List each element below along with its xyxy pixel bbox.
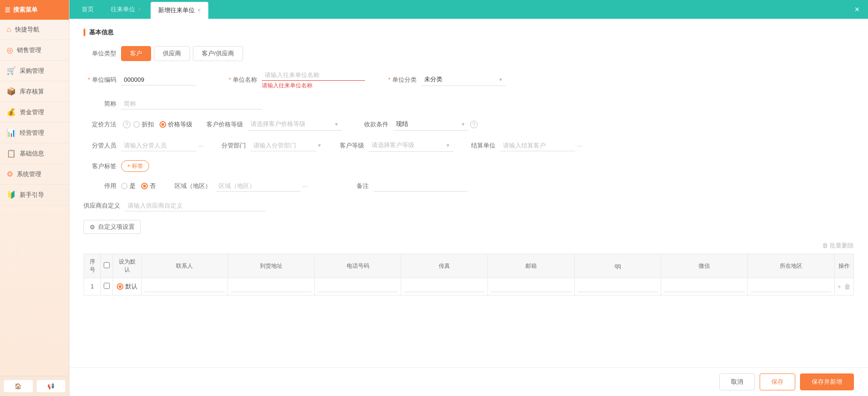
section-bar	[84, 29, 85, 36]
add-row-button[interactable]: +	[838, 283, 841, 290]
col-email: 邮箱	[488, 254, 575, 278]
sidebar-item-inventory[interactable]: 📦 库存核算	[0, 81, 69, 102]
sidebar-home-btn[interactable]: 🏠	[4, 380, 33, 392]
disabled-no-label: 否	[150, 182, 156, 190]
unit-code-input[interactable]	[121, 74, 196, 85]
pricing-discount[interactable]: 折扣	[133, 120, 154, 129]
unit-type-group: 客户 供应商 客户/供应商	[121, 46, 243, 61]
disabled-no[interactable]: 否	[141, 182, 156, 190]
custom-settings-button[interactable]: ⚙ 自定义项设置	[84, 220, 141, 234]
pricing-row: 定价方法 ? 折扣 价格等级 客户价格等级 请选择客户价格等级 ▼ 收款条件	[84, 118, 854, 131]
department-input[interactable]	[251, 140, 316, 151]
payment-select[interactable]: 现结 ▼	[393, 118, 468, 131]
pricing-price-level[interactable]: 价格等级	[160, 120, 192, 129]
sales-icon: ◎	[7, 46, 13, 54]
manager-row: 分管人员 ··· 分管部门 ▼ 客户等级 请选择客户等级 ▼ 结算单位 ···	[84, 139, 854, 152]
region-input[interactable]	[216, 180, 300, 192]
price-level-radio[interactable]	[160, 121, 166, 128]
form-footer: 取消 保存 保存并新增	[69, 367, 868, 396]
col-checkbox	[101, 254, 113, 278]
batch-delete[interactable]: 🗑 批量删除	[84, 241, 854, 250]
sidebar-item-quick-nav[interactable]: ⌂ 快捷导航	[0, 20, 69, 40]
disabled-label: 停用	[84, 182, 121, 190]
payment-help-icon[interactable]: ?	[470, 121, 478, 128]
settlement-more-icon[interactable]: ···	[577, 142, 583, 149]
price-level-placeholder: 请选择客户价格等级	[251, 120, 305, 128]
price-level-label: 价格等级	[168, 120, 192, 129]
row-default-radio[interactable]: 默认	[116, 282, 138, 291]
phone-input[interactable]	[318, 281, 398, 292]
default-radio-circle[interactable]	[117, 283, 123, 290]
region-more-icon[interactable]: ···	[302, 182, 308, 190]
tab-home-label: 首页	[82, 5, 94, 14]
price-level-select[interactable]: 请选择客户价格等级 ▼	[248, 118, 342, 131]
tab-new-partner[interactable]: 新增往来单位 ×	[151, 2, 208, 19]
supplier-custom-input[interactable]	[125, 200, 266, 211]
remark-input[interactable]	[373, 180, 467, 192]
sidebar-label-basic: 基础信息	[20, 149, 44, 158]
sidebar-search[interactable]: ☰ 搜索菜单	[0, 0, 69, 20]
save-and-new-button[interactable]: 保存并新增	[800, 373, 854, 390]
settlement-label: 结算单位	[463, 141, 500, 150]
disabled-no-radio[interactable]	[141, 183, 148, 189]
discount-label: 折扣	[142, 120, 154, 129]
sidebar-item-sales[interactable]: ◎ 销售管理	[0, 40, 69, 61]
sidebar-item-purchase[interactable]: 🛒 采购管理	[0, 61, 69, 81]
supplier-custom-label: 供应商自定义	[84, 202, 125, 210]
row-index: 1	[84, 278, 101, 295]
sidebar-item-finance[interactable]: 💰 资金管理	[0, 102, 69, 123]
manager-input[interactable]	[121, 140, 196, 151]
email-input[interactable]	[491, 281, 571, 292]
unit-type-supplier[interactable]: 供应商	[154, 46, 190, 61]
select-all-checkbox[interactable]	[104, 262, 110, 268]
cancel-button[interactable]: 取消	[719, 373, 755, 390]
manager-more-icon[interactable]: ···	[198, 142, 204, 149]
col-qq: qq	[574, 254, 661, 278]
row-contact	[141, 278, 228, 295]
pricing-help-icon[interactable]: ?	[123, 121, 130, 128]
customer-level-select[interactable]: 请选择客户等级 ▼	[369, 139, 453, 152]
tab-new-partner-label: 新增往来单位	[158, 6, 195, 15]
finance-icon: 💰	[7, 108, 16, 116]
row-select-checkbox[interactable]	[104, 283, 110, 289]
row-region-input[interactable]	[751, 281, 831, 292]
qq-input[interactable]	[578, 281, 658, 292]
address-input[interactable]	[231, 281, 312, 292]
unit-name-label: 单位名称	[224, 76, 262, 84]
save-button[interactable]: 保存	[760, 373, 795, 390]
sidebar-item-basic[interactable]: 📋 基础信息	[0, 143, 69, 164]
unit-name-input[interactable]	[262, 70, 365, 81]
tab-partners[interactable]: 往来单位 ×	[103, 2, 149, 17]
delete-row-button[interactable]: 🗑	[844, 283, 851, 290]
close-all-tabs[interactable]: ×	[851, 3, 863, 16]
add-tag-button[interactable]: + 标签	[121, 160, 149, 172]
disabled-yes-radio[interactable]	[121, 183, 128, 189]
sidebar-item-operation[interactable]: 📊 经营管理	[0, 123, 69, 143]
wechat-input[interactable]	[664, 281, 745, 292]
short-name-row: 简称	[84, 98, 854, 109]
unit-category-select[interactable]: 未分类 ▼	[421, 73, 506, 86]
unit-type-customer[interactable]: 客户	[121, 46, 151, 61]
fax-input[interactable]	[404, 281, 485, 292]
settlement-input[interactable]	[500, 140, 575, 151]
unit-type-both[interactable]: 客户/供应商	[193, 46, 243, 61]
tab-new-partner-close[interactable]: ×	[198, 7, 201, 14]
sidebar-item-guide[interactable]: 🔰 新手引导	[0, 185, 69, 205]
guide-icon: 🔰	[7, 190, 16, 199]
unit-name-error: 请输入往来单位名称	[262, 82, 365, 90]
tab-home[interactable]: 首页	[74, 2, 101, 17]
row-action-group: + 🗑	[838, 283, 851, 290]
department-label: 分管部门	[213, 141, 251, 150]
default-label: 默认	[125, 282, 137, 291]
unit-type-row: 单位类型 客户 供应商 客户/供应商	[84, 46, 854, 61]
tab-partners-close[interactable]: ×	[138, 6, 141, 13]
payment-value: 现结	[396, 120, 408, 128]
discount-radio[interactable]	[133, 121, 140, 128]
short-name-input[interactable]	[121, 98, 262, 109]
contact-input[interactable]	[145, 281, 225, 292]
sidebar-notify-btn[interactable]: 📢	[37, 380, 66, 392]
sidebar-label-sales: 销售管理	[17, 46, 41, 54]
sidebar-item-system[interactable]: ⚙ 系统管理	[0, 164, 69, 185]
disabled-yes[interactable]: 是	[121, 182, 136, 190]
unit-type-label: 单位类型	[84, 49, 121, 58]
